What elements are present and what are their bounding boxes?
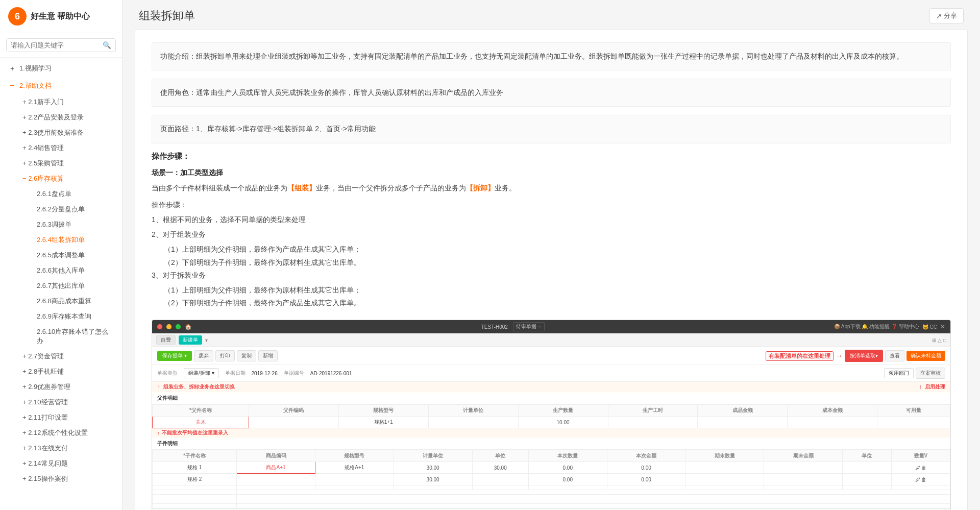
- sidebar-item-268[interactable]: 2.6.8商品成本重算: [29, 294, 122, 309]
- ss-lower-table-title: 子件明细: [152, 438, 950, 450]
- sidebar-item-213[interactable]: + 2.13在线支付: [14, 441, 122, 456]
- logo-area: 6 好生意 帮助中心: [0, 0, 122, 33]
- ss-lower-cell-2-u2: [472, 485, 528, 490]
- expand-icon: [8, 64, 16, 72]
- ss-upper-cell-code: [249, 417, 338, 428]
- sidebar-item-210[interactable]: + 2.10经营管理: [14, 395, 122, 410]
- sidebar-item-28[interactable]: + 2.8手机旺铺: [14, 364, 122, 379]
- sidebar-26-children: 2.6.1盘点单 2.6.2分量盘点单 2.6.3调拨单 2.6.4组装拆卸单 …: [14, 186, 122, 349]
- main-header: 组装拆卸单 ↗ 分享: [122, 0, 980, 30]
- sidebar-item-212[interactable]: + 2.12系统个性化设置: [14, 425, 122, 441]
- sidebar-item-261[interactable]: 2.6.1盘点单: [29, 186, 122, 202]
- sidebar-item-267[interactable]: 2.6.7其他出库单: [29, 278, 122, 294]
- ss-copy-btn[interactable]: 复制: [237, 350, 256, 361]
- ss-lower-cell-1-eamt: [764, 474, 843, 485]
- step3-2: （2）下部明细为子件明细，最终作为产成品生成其它入库单。: [152, 297, 951, 309]
- ss-upper-th-8: 可用量: [877, 405, 950, 417]
- table-row: 规格 1 商品A+1 规格A+1 30.00 30.00 0.00 0.00: [153, 462, 950, 474]
- ss-add-btn[interactable]: 新增: [258, 350, 278, 361]
- sidebar-item-22[interactable]: + 2.2产品安装及登录: [14, 110, 122, 125]
- sidebar-item-docs-label: 2.帮助文档: [19, 81, 52, 90]
- assembly-link[interactable]: 【组装】: [287, 184, 316, 192]
- disassembly-link[interactable]: 【拆卸】: [466, 184, 495, 192]
- ss-lower-cell-4-name: [153, 495, 237, 499]
- share-button[interactable]: ↗ 分享: [929, 8, 964, 23]
- expand-icon: +: [22, 429, 28, 436]
- ss-view-btn[interactable]: 查看: [885, 350, 904, 361]
- sidebar-item-263[interactable]: 2.6.3调拨单: [29, 217, 122, 232]
- ss-nav-icons: ⊞ △ □: [932, 337, 946, 343]
- sidebar-item-214[interactable]: + 2.14常见问题: [14, 456, 122, 471]
- ss-lower-cell-1-code: [237, 474, 315, 485]
- expand-icon: +: [22, 144, 28, 152]
- expand-icon: +: [22, 444, 28, 452]
- sidebar-item-211[interactable]: + 2.11打印设置: [14, 410, 122, 425]
- sidebar-item-2610[interactable]: 2.6.10库存账本错了怎么办: [29, 324, 122, 349]
- sidebar-item-29[interactable]: + 2.9优惠券管理: [14, 379, 122, 395]
- ss-lower-cell-1-qty: 0.00: [528, 474, 607, 485]
- share-icon: ↗: [936, 12, 942, 20]
- sidebar-item-docs[interactable]: 2.帮助文档: [0, 77, 122, 94]
- sidebar: 6 好生意 帮助中心 🔍 1.视频学习 2.帮助文档 + 2.1新手入门: [0, 0, 122, 510]
- sidebar-item-26[interactable]: − 2.6库存核算: [14, 171, 122, 186]
- intro-block: 功能介绍：组装拆卸单用来处理企业组装或拆卸等加工业务，支持有固定装配清单的产品加…: [152, 42, 951, 70]
- sidebar-item-21[interactable]: + 2.1新手入门: [14, 94, 122, 110]
- expand-icon: +: [22, 352, 28, 360]
- search-button[interactable]: 🔍: [99, 39, 115, 52]
- ss-upper-cell-unit: [428, 417, 518, 428]
- ss-close-btn: [157, 324, 162, 329]
- ss-lower-th-0: *子件名称: [153, 450, 237, 462]
- ss-lower-cell-2-qv: [891, 485, 950, 490]
- logo-text: 好生意 帮助中心: [31, 11, 90, 22]
- ss-lower-cell-0-code: 商品A+1: [237, 462, 315, 474]
- ss-lower-cell-0-amt: 0.00: [607, 462, 685, 474]
- ss-lower-cell-2-su: [843, 485, 892, 490]
- sidebar-item-262[interactable]: 2.6.2分量盘点单: [29, 202, 122, 217]
- ss-lower-cell-0-unit: 30.00: [394, 462, 472, 474]
- ss-print-btn[interactable]: 打印: [215, 350, 235, 361]
- ss-app-icon: 🏠: [185, 324, 192, 330]
- ss-upper-table-title: 父件明细: [152, 393, 950, 404]
- ss-upper-th-0: *父件名称: [153, 405, 249, 417]
- ss-lower-cell-1-eqty: [685, 474, 764, 485]
- ss-lower-cell-5-name: [153, 499, 237, 504]
- search-box: 🔍: [6, 38, 116, 52]
- sidebar-item-25[interactable]: + 2.5采购管理: [14, 156, 122, 171]
- sidebar-item-215[interactable]: + 2.15操作案例: [14, 471, 122, 487]
- annotation4-text: 不能批次平均值在这里重录入: [162, 429, 228, 436]
- sidebar-item-24[interactable]: + 2.4销售管理: [14, 140, 122, 156]
- ss-dept-select[interactable]: 领用部门: [884, 368, 914, 378]
- annotation1-text: 有装配清单的在这里处理: [766, 351, 834, 361]
- sidebar-item-23[interactable]: + 2.3使用前数据准备: [14, 125, 122, 140]
- step3-1: （1）上部明细为父件明细，最终作为原材料生成其它出库单；: [152, 284, 951, 297]
- ss-tab-home: 自费: [156, 335, 176, 345]
- ss-confirm-btn[interactable]: 确认来料金额: [906, 351, 945, 361]
- ss-minimize-btn: [166, 324, 172, 329]
- ss-save-btn[interactable]: 保存提单 ▾: [157, 351, 192, 361]
- sidebar-item-video[interactable]: 1.视频学习: [0, 60, 122, 77]
- sidebar-item-27[interactable]: + 2.7资金管理: [14, 349, 122, 364]
- ss-template-btn[interactable]: 按清单选取▾: [845, 350, 883, 362]
- sidebar-item-269[interactable]: 2.6.9库存账本查询: [29, 309, 122, 324]
- expand-icon: +: [22, 113, 28, 121]
- sidebar-item-264[interactable]: 2.6.4组装拆卸单: [29, 232, 122, 248]
- ss-type-select[interactable]: 组装/拆卸 ▾: [184, 368, 219, 378]
- ss-lower-th-6: 本次金额: [607, 450, 685, 462]
- search-input[interactable]: [7, 39, 99, 52]
- nav-section: 1.视频学习 2.帮助文档 + 2.1新手入门 + 2.2产品安装及登录 + 2…: [0, 58, 122, 489]
- ss-discard-btn[interactable]: 废弃: [194, 350, 213, 361]
- ss-lower-th-3: 计量单位: [394, 450, 472, 462]
- ss-upper-th-3: 计量单位: [428, 405, 518, 417]
- ss-lower-cell-2-name: [153, 485, 237, 490]
- ss-upper-table: *父件名称 父件编码 规格型号 计量单位 生产数量 生产工时 成品金额 成本金额…: [152, 404, 950, 428]
- step1: 1、根据不同的业务，选择不同单据的类型来处理: [152, 213, 951, 226]
- ss-form: 单据类型 组装/拆卸 ▾ 单据日期 2019-12-26 单据编号 AD-201…: [152, 365, 950, 382]
- sidebar-item-265[interactable]: 2.6.5成本调整单: [29, 248, 122, 263]
- op-title: 操作步骤：: [152, 152, 951, 161]
- ss-pending-btn: 待审单据→: [513, 322, 545, 331]
- ss-confirm2-btn[interactable]: 立案审核: [916, 368, 945, 379]
- ss-lower-cell-1-qv: 🖊 🗑: [891, 474, 950, 485]
- ss-upper-th-7: 成本金额: [788, 405, 877, 417]
- sidebar-item-266[interactable]: 2.6.6其他入库单: [29, 263, 122, 278]
- ss-upper-cell-time: [608, 417, 698, 428]
